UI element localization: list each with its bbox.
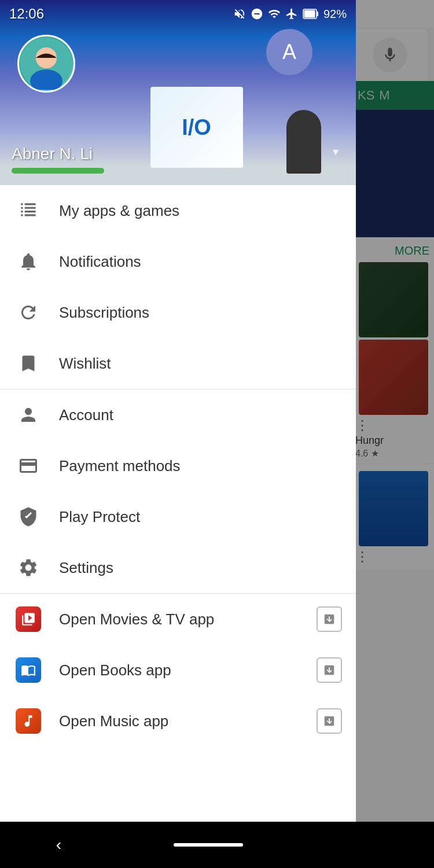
drawer-header: I/O A 12:06 <box>0 0 356 185</box>
movies-icon-bg <box>16 606 41 632</box>
menu-item-notifications[interactable]: Notifications <box>0 236 356 287</box>
menu-section-2: Account Payment methods Play Protect <box>0 389 356 594</box>
wifi-icon <box>268 8 281 20</box>
back-button[interactable]: ‹ <box>56 836 61 854</box>
open-music-label: Open Music app <box>59 712 317 730</box>
subscriptions-label: Subscriptions <box>59 304 342 322</box>
status-icons: 92% <box>233 8 347 21</box>
my-apps-label: My apps & games <box>59 202 342 220</box>
external-link-icon3 <box>317 708 342 734</box>
battery-icon <box>303 8 319 20</box>
home-bar[interactable] <box>174 843 243 847</box>
settings-label: Settings <box>59 559 342 577</box>
person-icon <box>14 400 43 429</box>
bottom-navigation: ‹ <box>0 822 434 868</box>
menu-item-open-music[interactable]: Open Music app <box>0 696 356 746</box>
donotdisturb-icon <box>251 8 263 20</box>
menu-item-subscriptions[interactable]: Subscriptions <box>0 287 356 338</box>
menu-section-3: Open Movies & TV app Open Books app <box>0 594 356 746</box>
user-avatar[interactable] <box>17 35 75 93</box>
open-books-label: Open Books app <box>59 661 317 679</box>
menu-item-open-books[interactable]: Open Books app <box>0 645 356 696</box>
menu-section-1: My apps & games Notifications Subscripti… <box>0 185 356 389</box>
svg-rect-5 <box>317 12 318 16</box>
dropdown-arrow-icon[interactable]: ▾ <box>333 145 339 159</box>
external-link-icon2 <box>317 657 342 683</box>
status-time: 12:06 <box>9 6 44 22</box>
wishlist-label: Wishlist <box>59 355 342 373</box>
mute-icon <box>233 8 246 20</box>
menu-item-wishlist[interactable]: Wishlist <box>0 338 356 389</box>
menu-item-play-protect[interactable]: Play Protect <box>0 491 356 542</box>
shield-play-icon <box>14 502 43 531</box>
music-icon-bg <box>16 708 41 734</box>
notifications-label: Notifications <box>59 253 342 271</box>
user-name: Abner N. Li <box>12 145 344 163</box>
menu-item-settings[interactable]: Settings <box>0 542 356 593</box>
play-protect-label: Play Protect <box>59 508 342 526</box>
drawer-menu: My apps & games Notifications Subscripti… <box>0 185 356 868</box>
battery-percent: 92% <box>323 8 347 21</box>
refresh-icon <box>14 298 43 327</box>
drawer-scrim[interactable] <box>353 0 434 868</box>
payment-label: Payment methods <box>59 457 342 475</box>
grid-icon <box>14 196 43 225</box>
airplane-icon <box>285 8 298 20</box>
navigation-drawer: I/O A 12:06 <box>0 0 356 868</box>
gear-icon <box>14 553 43 582</box>
menu-item-payment[interactable]: Payment methods <box>0 440 356 491</box>
menu-item-open-movies[interactable]: Open Movies & TV app <box>0 594 356 645</box>
card-icon <box>14 451 43 480</box>
account-label: Account <box>59 406 342 424</box>
menu-item-my-apps[interactable]: My apps & games <box>0 185 356 236</box>
io-logo: I/O <box>182 115 211 140</box>
svg-rect-6 <box>304 10 315 18</box>
bookmark-check-icon <box>14 349 43 378</box>
status-bar: 12:06 <box>0 0 356 28</box>
books-app-icon <box>14 656 43 685</box>
books-icon-bg <box>16 657 41 683</box>
open-movies-label: Open Movies & TV app <box>59 610 317 628</box>
music-app-icon <box>14 707 43 735</box>
user-status-bar <box>12 168 104 174</box>
user-info: Abner N. Li ▾ <box>12 145 344 174</box>
bell-icon <box>14 247 43 276</box>
avatar-image <box>20 38 72 90</box>
account-avatar-secondary[interactable]: A <box>266 29 312 75</box>
account-avatar-initial: A <box>282 40 296 64</box>
movies-app-icon <box>14 605 43 634</box>
menu-item-account[interactable]: Account <box>0 389 356 440</box>
external-link-icon <box>317 606 342 632</box>
